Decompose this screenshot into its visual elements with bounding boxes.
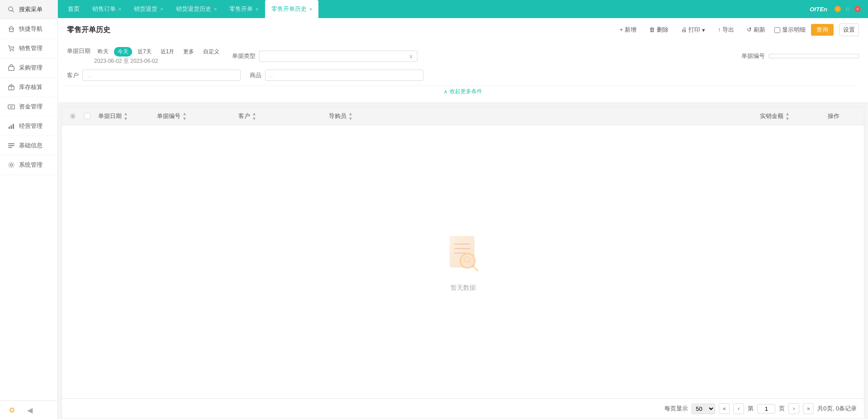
chevron-down-icon: ∨ bbox=[409, 53, 413, 60]
bill-number-group: 单据编号 bbox=[741, 52, 859, 60]
svg-point-9 bbox=[10, 106, 12, 108]
next-page-button[interactable]: › bbox=[788, 403, 799, 414]
bill-type-label: 单据类型 bbox=[232, 52, 256, 60]
sidebar-item-jichu[interactable]: 基础信息 bbox=[0, 136, 57, 155]
th-number[interactable]: 单据编号 ▲▼ bbox=[153, 111, 235, 121]
customer-input[interactable]: ... bbox=[82, 70, 241, 81]
sort-number-icon: ▲▼ bbox=[182, 111, 187, 121]
svg-rect-11 bbox=[11, 125, 12, 129]
svg-line-1 bbox=[12, 10, 14, 12]
tab-sales-return-history[interactable]: 销货退货历史 × bbox=[170, 0, 223, 18]
export-button[interactable]: ↑ 导出 bbox=[714, 24, 738, 36]
refresh-button[interactable]: ↺ 刷新 bbox=[743, 24, 769, 36]
delete-button[interactable]: 🗑 删除 bbox=[645, 24, 672, 36]
tab-retail-open-history[interactable]: 零售开单历史 × bbox=[265, 0, 318, 18]
goods-label: 商品 bbox=[250, 71, 261, 80]
th-customer[interactable]: 客户 ▲▼ bbox=[235, 111, 325, 121]
empty-state: 暂无数据 bbox=[62, 125, 864, 398]
tab-sales-return-label: 销货退货 bbox=[134, 5, 157, 13]
th-date[interactable]: 单据日期 ▲▼ bbox=[95, 111, 153, 121]
sidebar-search-label: 搜索采单 bbox=[19, 5, 43, 14]
svg-rect-10 bbox=[9, 127, 10, 129]
maximize-button[interactable]: □ bbox=[844, 6, 851, 12]
collapse-arrow-icon: ∧ bbox=[444, 89, 448, 95]
date-more[interactable]: 更多 bbox=[180, 47, 198, 56]
tab-sales-order[interactable]: 销售订单 × bbox=[86, 0, 128, 18]
svg-point-3 bbox=[10, 50, 11, 52]
tab-sales-order-close[interactable]: × bbox=[119, 6, 121, 12]
tab-retail-open-close[interactable]: × bbox=[256, 6, 258, 12]
tab-home[interactable]: 首页 bbox=[62, 0, 86, 18]
bill-type-group: 单据类型 ∨ bbox=[232, 51, 732, 62]
collapse-label: 收起更多条件 bbox=[450, 88, 482, 95]
sidebar-item-kuaijie[interactable]: 快捷导航 bbox=[0, 19, 57, 39]
date-last7[interactable]: 近7天 bbox=[134, 47, 155, 56]
last-page-button[interactable]: » bbox=[803, 403, 814, 414]
print-button[interactable]: 🖨 打印 ▾ bbox=[678, 24, 709, 36]
sidebar-item-label: 采购管理 bbox=[19, 64, 43, 72]
first-page-button[interactable]: « bbox=[719, 403, 730, 414]
total-info: 共0页, 0条记录 bbox=[817, 405, 857, 413]
tab-retail-open[interactable]: 零售开单 × bbox=[223, 0, 265, 18]
tab-sales-return[interactable]: 销货退货 × bbox=[128, 0, 169, 18]
sidebar-item-jingying[interactable]: 经营管理 bbox=[0, 117, 57, 136]
date-options: 昨天 今天 近7天 近1月 更多 自定义 bbox=[94, 47, 223, 56]
page-header: 零售开单历史 + 新增 🗑 删除 🖨 打印 ▾ ↑ 导出 bbox=[58, 18, 868, 103]
main-area: 首页 销售订单 × 销货退货 × 销货退货历史 × 零售开单 × 零售开单历史 … bbox=[58, 0, 868, 419]
page-input[interactable] bbox=[757, 404, 775, 414]
sidebar: 搜索采单 快捷导航 销售管理 采购管理 库存核算 资金管理 经营管理 bbox=[0, 0, 58, 419]
bill-number-input[interactable] bbox=[768, 54, 859, 58]
svg-point-4 bbox=[13, 50, 14, 52]
tab-sales-return-history-close[interactable]: × bbox=[214, 6, 217, 12]
svg-rect-18 bbox=[450, 236, 474, 268]
table-settings-button[interactable] bbox=[66, 113, 80, 119]
bill-type-select[interactable]: ∨ bbox=[259, 51, 417, 62]
sidebar-item-kucun[interactable]: 库存核算 bbox=[0, 78, 57, 97]
svg-rect-12 bbox=[13, 124, 14, 129]
page-prefix: 第 bbox=[748, 405, 754, 413]
brand-label: OfTEn bbox=[810, 6, 827, 13]
date-custom[interactable]: 自定义 bbox=[199, 47, 223, 56]
query-button[interactable]: 查询 bbox=[811, 24, 834, 36]
date-options-container: 昨天 今天 近7天 近1月 更多 自定义 2023-06-02 至 2023-0… bbox=[94, 47, 223, 65]
cart-icon bbox=[7, 44, 15, 52]
sidebar-item-xitong[interactable]: 系统管理 bbox=[0, 155, 57, 175]
collapse-icon[interactable]: ◀ bbox=[25, 405, 34, 414]
minimize-button[interactable]: − bbox=[835, 6, 841, 12]
svg-rect-5 bbox=[9, 66, 14, 71]
chart-icon bbox=[7, 122, 15, 130]
display-detail-toggle[interactable]: 显示明细 bbox=[774, 26, 806, 34]
date-yesterday[interactable]: 昨天 bbox=[94, 47, 112, 56]
svg-rect-8 bbox=[8, 105, 14, 109]
tab-retail-open-history-close[interactable]: × bbox=[309, 6, 312, 12]
date-last-month[interactable]: 近1月 bbox=[157, 47, 178, 56]
sidebar-search[interactable]: 搜索采单 bbox=[0, 0, 57, 19]
tab-retail-open-history-label: 零售开单历史 bbox=[271, 5, 307, 13]
customer-label: 客户 bbox=[67, 71, 79, 80]
th-salesperson[interactable]: 导购员 ▲▼ bbox=[325, 111, 393, 121]
pagination: 每页显示 50 100 200 « ‹ 第 页 › bbox=[62, 398, 864, 419]
select-all-checkbox[interactable] bbox=[80, 113, 95, 119]
settings-button[interactable]: 设置 bbox=[839, 24, 859, 36]
settings-bottom-icon[interactable]: ⚙ bbox=[7, 405, 16, 414]
display-detail-checkbox[interactable] bbox=[774, 27, 780, 33]
bill-number-label: 单据编号 bbox=[741, 52, 765, 60]
svg-point-0 bbox=[9, 7, 13, 11]
prev-page-button[interactable]: ‹ bbox=[733, 403, 744, 414]
sidebar-item-zijin[interactable]: 资金管理 bbox=[0, 97, 57, 117]
sidebar-item-xiaoshou[interactable]: 销售管理 bbox=[0, 39, 57, 58]
per-page-select[interactable]: 50 100 200 bbox=[692, 404, 715, 414]
goods-input[interactable]: ... bbox=[265, 70, 423, 81]
collapse-bar[interactable]: ∧ 收起更多条件 bbox=[67, 85, 859, 97]
sort-salesperson-icon: ▲▼ bbox=[348, 111, 353, 121]
per-page-label: 每页显示 bbox=[664, 405, 688, 413]
date-today[interactable]: 今天 bbox=[114, 47, 132, 56]
sidebar-item-caigou[interactable]: 采购管理 bbox=[0, 58, 57, 78]
close-button[interactable]: × bbox=[854, 6, 861, 12]
bag-icon bbox=[7, 64, 15, 72]
th-amount[interactable]: 实销金额 ▲▼ bbox=[756, 111, 824, 121]
add-button[interactable]: + 新增 bbox=[616, 24, 640, 36]
tab-sales-return-close[interactable]: × bbox=[160, 6, 163, 12]
svg-point-17 bbox=[72, 115, 74, 117]
th-action: 操作 bbox=[824, 112, 860, 120]
